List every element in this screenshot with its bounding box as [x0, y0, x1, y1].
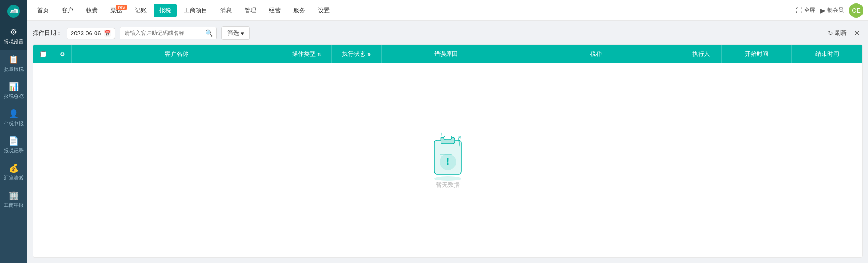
sidebar-item-geshui[interactable]: 👤 个税申报	[0, 104, 27, 132]
refresh-icon: ↻	[828, 29, 833, 37]
date-label: 操作日期：	[33, 29, 62, 37]
user-avatar[interactable]: CE	[849, 3, 863, 18]
nav-gongshang[interactable]: 工商项目	[178, 4, 213, 17]
th-settings[interactable]: ⚙	[53, 45, 72, 63]
calendar-icon: 📅	[104, 30, 111, 37]
nav-jizhang[interactable]: 记账	[129, 4, 152, 17]
svg-rect-4	[444, 136, 452, 140]
nav-piaoju[interactable]: 票据 new	[105, 4, 128, 17]
batch-tax-icon: 📋	[9, 54, 19, 64]
new-badge: new	[116, 5, 127, 10]
nav-customer[interactable]: 客户	[56, 4, 79, 17]
data-table: ⚙ 客户名称 操作类型 ⇅ 执行状态 ⇅ 错误原因 税种	[33, 44, 863, 258]
search-input[interactable]	[120, 28, 201, 39]
date-picker[interactable]: 2023-06-06 📅	[67, 28, 115, 39]
table-header: ⚙ 客户名称 操作类型 ⇅ 执行状态 ⇅ 错误原因 税种	[33, 45, 862, 63]
nav-homepage[interactable]: 首页	[32, 4, 54, 17]
nav-shezhi[interactable]: 设置	[312, 4, 335, 17]
sidebar-item-label: 报税记录	[4, 147, 24, 154]
tax-overview-icon: 📊	[9, 82, 19, 92]
chevron-down-icon: ▾	[241, 30, 244, 37]
tax-record-icon: 📄	[9, 136, 19, 146]
filter-button[interactable]: 筛选 ▾	[221, 26, 250, 40]
search-button[interactable]: 🔍	[201, 27, 216, 39]
main-content: 首页 客户 收费 票据 new 记账 报税 工商项目 消息 管理 经营 服务 设…	[27, 0, 868, 263]
th-executor: 执行人	[681, 45, 722, 63]
vip-button[interactable]: ▶ 畅会员	[820, 6, 844, 14]
annual-report-icon: 🏢	[9, 190, 19, 200]
app-logo	[0, 0, 27, 23]
nav-jingying[interactable]: 经营	[264, 4, 286, 17]
sidebar-item-label: 报税设置	[4, 39, 24, 45]
close-button[interactable]: ✕	[851, 28, 863, 39]
nav-xiaoxi[interactable]: 消息	[215, 4, 237, 17]
th-status[interactable]: 执行状态 ⇅	[332, 45, 382, 63]
th-checkbox[interactable]	[33, 45, 53, 63]
search-icon: 🔍	[205, 29, 213, 37]
nav-guanli[interactable]: 管理	[239, 4, 262, 17]
search-box: 🔍	[120, 27, 217, 39]
nav-baoshui[interactable]: 报税	[154, 4, 177, 17]
refresh-button[interactable]: ↻ 刷新	[828, 29, 847, 37]
personal-tax-icon: 👤	[9, 109, 19, 119]
th-starttime: 开始时间	[722, 45, 792, 63]
toolbar: 操作日期： 2023-06-06 📅 🔍 筛选 ▾ ↻ 刷新 ✕	[33, 26, 863, 40]
svg-text:!: !	[446, 156, 449, 167]
date-value: 2023-06-06	[71, 30, 101, 37]
sidebar-item-huisuan[interactable]: 💰 汇算清缴	[0, 159, 27, 186]
sidebar-item-baoshuijilu[interactable]: 📄 报税记录	[0, 132, 27, 159]
fullscreen-button[interactable]: ⛶ 全屏	[796, 6, 815, 14]
sort-icon-status: ⇅	[367, 52, 371, 57]
empty-text: 暂无数据	[436, 181, 460, 189]
navbar-right: ⛶ 全屏 ▶ 畅会员 CE	[796, 3, 863, 18]
sidebar-item-baoshui-shezhi[interactable]: ⚙ 报税设置	[0, 23, 27, 50]
th-optype[interactable]: 操作类型 ⇅	[282, 45, 332, 63]
sidebar-item-label: 汇算清缴	[4, 175, 24, 181]
sidebar: ⚙ 报税设置 📋 批量报税 📊 报税总览 👤 个税申报 📄 报税记录 💰 汇算清…	[0, 0, 27, 263]
sidebar-item-baoshuizonglan[interactable]: 📊 报税总览	[0, 77, 27, 104]
column-settings-icon: ⚙	[60, 51, 65, 58]
sidebar-item-gongshang[interactable]: 🏢 工商年报	[0, 186, 27, 213]
sidebar-item-piliangbaoshui[interactable]: 📋 批量报税	[0, 50, 27, 77]
empty-illustration: !	[427, 131, 468, 181]
th-error: 错误原因	[382, 45, 511, 63]
sidebar-item-label: 批量报税	[4, 66, 24, 73]
top-navbar: 首页 客户 收费 票据 new 记账 报税 工商项目 消息 管理 经营 服务 设…	[27, 0, 868, 21]
svg-point-1	[434, 176, 461, 181]
nav-shoufei[interactable]: 收费	[81, 4, 103, 17]
sidebar-item-label: 报税总览	[4, 93, 24, 100]
th-endtime: 结束时间	[792, 45, 862, 63]
sidebar-item-label: 个税申报	[4, 120, 24, 127]
fullscreen-icon: ⛶	[796, 7, 802, 14]
vip-icon: ▶	[820, 7, 825, 14]
th-client: 客户名称	[72, 45, 282, 63]
nav-fuwu[interactable]: 服务	[288, 4, 311, 17]
settlement-icon: 💰	[9, 163, 19, 173]
sidebar-item-label: 工商年报	[4, 202, 24, 209]
nav-items: 首页 客户 收费 票据 new 记账 报税 工商项目 消息 管理 经营 服务 设…	[32, 4, 796, 17]
settings-icon: ⚙	[10, 27, 17, 37]
empty-state: ! 暂无数据	[33, 63, 862, 257]
page-content: 操作日期： 2023-06-06 📅 🔍 筛选 ▾ ↻ 刷新 ✕	[27, 21, 868, 263]
th-taxtype: 税种	[511, 45, 681, 63]
sort-icon-optype: ⇅	[317, 52, 321, 57]
select-all-checkbox[interactable]	[40, 51, 46, 57]
